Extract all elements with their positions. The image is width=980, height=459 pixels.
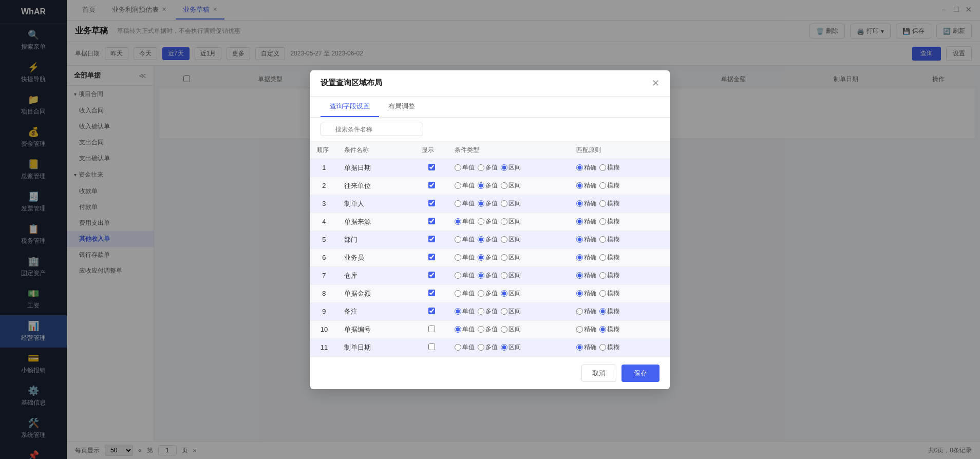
type-radio-multi-6[interactable] (478, 272, 484, 279)
match-radio-precise-5[interactable] (576, 254, 583, 261)
show-checkbox-1[interactable] (428, 182, 435, 188)
type-radio-single-3[interactable] (455, 218, 461, 225)
match-radio-precise-10[interactable] (576, 344, 583, 351)
type-radio-range-7[interactable] (501, 290, 507, 297)
match-precise-label-9[interactable]: 精确 (576, 325, 596, 334)
match-precise-label-5[interactable]: 精确 (576, 253, 596, 262)
match-precise-label-10[interactable]: 精确 (576, 343, 596, 352)
type-single-label-0[interactable]: 单值 (455, 163, 475, 172)
match-radio-fuzzy-8[interactable] (599, 308, 606, 315)
match-fuzzy-label-5[interactable]: 模糊 (599, 253, 619, 262)
type-radio-single-2[interactable] (455, 200, 461, 207)
type-radio-multi-10[interactable] (478, 344, 484, 351)
type-multi-label-5[interactable]: 多值 (478, 253, 498, 262)
modal-tab-layout[interactable]: 布局调整 (379, 97, 424, 117)
type-range-label-6[interactable]: 区间 (501, 271, 521, 280)
type-range-label-3[interactable]: 区间 (501, 217, 521, 226)
match-precise-label-0[interactable]: 精确 (576, 163, 596, 172)
show-checkbox-2[interactable] (428, 200, 435, 206)
condition-search-input[interactable] (321, 123, 423, 136)
match-radio-precise-3[interactable] (576, 218, 583, 225)
match-radio-fuzzy-4[interactable] (599, 236, 606, 243)
match-radio-precise-8[interactable] (576, 308, 583, 315)
type-radio-multi-7[interactable] (478, 290, 484, 297)
type-radio-single-10[interactable] (455, 344, 461, 351)
show-checkbox-7[interactable] (428, 290, 435, 296)
type-radio-single-8[interactable] (455, 308, 461, 315)
match-radio-fuzzy-3[interactable] (599, 218, 606, 225)
match-precise-label-8[interactable]: 精确 (576, 307, 596, 316)
type-radio-range-0[interactable] (501, 164, 507, 171)
type-radio-multi-9[interactable] (478, 326, 484, 333)
match-fuzzy-label-3[interactable]: 模糊 (599, 217, 619, 226)
type-multi-label-1[interactable]: 多值 (478, 181, 498, 190)
type-multi-label-7[interactable]: 多值 (478, 289, 498, 298)
match-fuzzy-label-0[interactable]: 模糊 (599, 163, 619, 172)
modal-save-button[interactable]: 保存 (621, 365, 659, 382)
type-radio-range-5[interactable] (501, 254, 507, 261)
type-single-label-2[interactable]: 单值 (455, 199, 475, 208)
show-checkbox-4[interactable] (428, 236, 435, 242)
type-radio-multi-4[interactable] (478, 236, 484, 243)
match-radio-precise-4[interactable] (576, 236, 583, 243)
type-range-label-0[interactable]: 区间 (501, 163, 521, 172)
type-radio-range-3[interactable] (501, 218, 507, 225)
match-fuzzy-label-7[interactable]: 模糊 (599, 289, 619, 298)
match-precise-label-2[interactable]: 精确 (576, 199, 596, 208)
type-radio-single-4[interactable] (455, 236, 461, 243)
match-precise-label-6[interactable]: 精确 (576, 271, 596, 280)
match-precise-label-1[interactable]: 精确 (576, 181, 596, 190)
type-range-label-10[interactable]: 区间 (501, 343, 521, 352)
match-fuzzy-label-1[interactable]: 模糊 (599, 181, 619, 190)
match-radio-precise-6[interactable] (576, 272, 583, 279)
show-checkbox-5[interactable] (428, 254, 435, 260)
type-multi-label-10[interactable]: 多值 (478, 343, 498, 352)
type-multi-label-6[interactable]: 多值 (478, 271, 498, 280)
show-checkbox-10[interactable] (428, 343, 435, 350)
type-radio-single-9[interactable] (455, 326, 461, 333)
match-radio-fuzzy-6[interactable] (599, 272, 606, 279)
show-checkbox-0[interactable] (428, 164, 435, 170)
match-radio-fuzzy-7[interactable] (599, 290, 606, 297)
type-range-label-4[interactable]: 区间 (501, 235, 521, 244)
match-radio-fuzzy-10[interactable] (599, 344, 606, 351)
cancel-button[interactable]: 取消 (581, 365, 616, 382)
type-range-label-2[interactable]: 区间 (501, 199, 521, 208)
type-single-label-7[interactable]: 单值 (455, 289, 475, 298)
type-single-label-4[interactable]: 单值 (455, 235, 475, 244)
type-radio-single-5[interactable] (455, 254, 461, 261)
type-single-label-5[interactable]: 单值 (455, 253, 475, 262)
match-fuzzy-label-10[interactable]: 模糊 (599, 343, 619, 352)
type-range-label-8[interactable]: 区间 (501, 307, 521, 316)
type-radio-range-9[interactable] (501, 326, 507, 333)
match-fuzzy-label-6[interactable]: 模糊 (599, 271, 619, 280)
type-radio-single-0[interactable] (455, 164, 461, 171)
type-range-label-1[interactable]: 区间 (501, 181, 521, 190)
type-multi-label-3[interactable]: 多值 (478, 217, 498, 226)
match-radio-fuzzy-9[interactable] (599, 326, 606, 333)
match-fuzzy-label-2[interactable]: 模糊 (599, 199, 619, 208)
type-radio-multi-0[interactable] (478, 164, 484, 171)
match-precise-label-7[interactable]: 精确 (576, 289, 596, 298)
type-radio-single-1[interactable] (455, 182, 461, 189)
match-radio-fuzzy-0[interactable] (599, 164, 606, 171)
type-single-label-10[interactable]: 单值 (455, 343, 475, 352)
type-radio-range-1[interactable] (501, 182, 507, 189)
match-radio-fuzzy-1[interactable] (599, 182, 606, 189)
type-multi-label-4[interactable]: 多值 (478, 235, 498, 244)
match-radio-precise-2[interactable] (576, 200, 583, 207)
match-precise-label-4[interactable]: 精确 (576, 235, 596, 244)
type-range-label-9[interactable]: 区间 (501, 325, 521, 334)
type-radio-multi-2[interactable] (478, 200, 484, 207)
type-multi-label-2[interactable]: 多值 (478, 199, 498, 208)
type-radio-multi-5[interactable] (478, 254, 484, 261)
type-multi-label-0[interactable]: 多值 (478, 163, 498, 172)
type-radio-range-6[interactable] (501, 272, 507, 279)
show-checkbox-9[interactable] (428, 326, 435, 332)
type-single-label-3[interactable]: 单值 (455, 217, 475, 226)
type-single-label-8[interactable]: 单值 (455, 307, 475, 316)
type-range-label-7[interactable]: 区间 (501, 289, 521, 298)
type-radio-multi-8[interactable] (478, 308, 484, 315)
type-radio-multi-1[interactable] (478, 182, 484, 189)
match-radio-precise-1[interactable] (576, 182, 583, 189)
